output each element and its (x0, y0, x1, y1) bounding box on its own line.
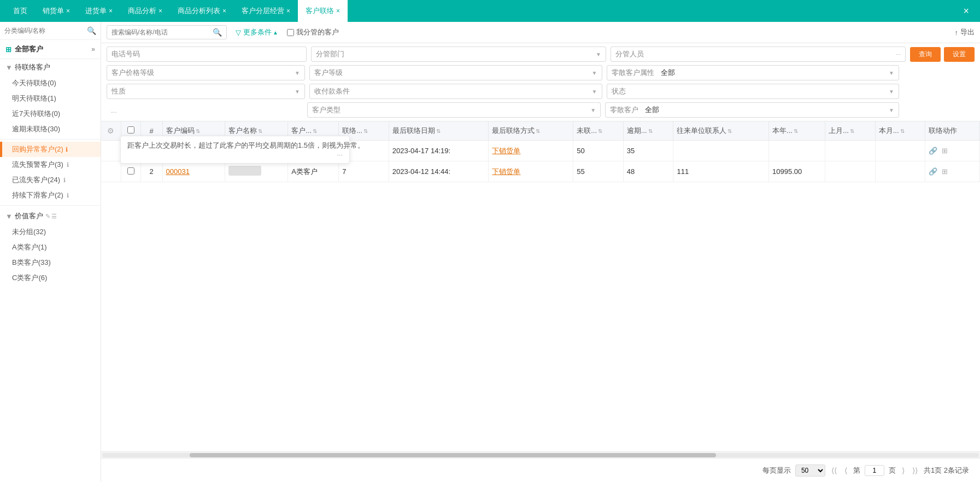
scrollbar-thumb[interactable] (190, 453, 715, 457)
sidebar-search-icon[interactable]: 🔍 (87, 26, 96, 35)
sidebar-item-today-pending[interactable]: 今天待联络(0) (0, 76, 101, 91)
sidebar-item-tomorrow-pending[interactable]: 明天待联络(1) (0, 91, 101, 106)
filter-dots[interactable]: ... (107, 106, 303, 114)
nav-customer-contact[interactable]: 客户联络 × (298, 0, 348, 22)
filter-customer-type[interactable]: 客户类型 ▼ (307, 102, 601, 118)
next-page-button[interactable]: ⟩ (900, 466, 906, 475)
contact-method-link-2[interactable]: 下销货单 (492, 167, 520, 176)
sidebar-item-repurchase-abnormal[interactable]: 回购异常客户(2) ℹ (0, 142, 101, 157)
link-icon-1[interactable]: 🔗 (929, 147, 937, 155)
horizontal-scrollbar[interactable] (101, 451, 980, 458)
td-this-year-1 (769, 141, 825, 161)
nav-close-product-list[interactable]: × (222, 7, 226, 15)
td-this-year-2: 10995.00 (769, 161, 825, 182)
retail-attr-arrow-icon: ▼ (889, 70, 894, 76)
retail-customer-label: 零散客户 (610, 105, 638, 115)
per-page-select[interactable]: 50 100 200 (795, 464, 825, 477)
sidebar-item-already-lost[interactable]: 已流失客户(24) ℹ (0, 172, 101, 188)
first-page-button[interactable]: ⟨⟨ (830, 466, 838, 475)
td-code-2[interactable]: 000031 (162, 161, 225, 182)
settings-button[interactable]: 设置 (944, 47, 975, 62)
link-icon-2[interactable]: 🔗 (929, 167, 937, 176)
sidebar-pending-group-title[interactable]: ▼ 待联络客户 (0, 59, 101, 76)
customer-code-link-2[interactable]: 000031 (166, 167, 190, 176)
sidebar-item-ungroup[interactable]: 未分组(32) (0, 224, 101, 240)
sidebar-item-class-a[interactable]: A类客户(1) (0, 240, 101, 255)
filter-search-icon[interactable]: 🔍 (213, 28, 222, 37)
sidebar-item-class-b[interactable]: B类客户(33) (0, 255, 101, 270)
td-overdue-1: 35 (623, 141, 673, 161)
th-last-contact-date[interactable]: 最后联络日期 ⇅ (389, 121, 489, 141)
nav-sales-order[interactable]: 销货单 × (35, 0, 78, 22)
nav-product-analysis[interactable]: 商品分析 × (120, 0, 170, 22)
nav-home[interactable]: 首页 (5, 0, 35, 22)
close-all-icon[interactable]: × (958, 5, 975, 17)
edit-icon[interactable]: ✎ (45, 213, 50, 220)
td-name-2 (225, 161, 288, 182)
table-settings-gear[interactable]: ⚙ (107, 126, 114, 135)
gender-arrow-icon: ▼ (295, 89, 300, 95)
filter-retail-customer[interactable]: 零散客户 全部 ▼ (605, 102, 899, 118)
nav-customer-tier[interactable]: 客户分层经营 × (234, 0, 298, 22)
filter-more-conditions[interactable]: ▽ 更多条件 ▲ (231, 25, 283, 39)
table-area: ⚙ # 客户编码 ⇅ (101, 121, 980, 451)
settings-icon-sidebar[interactable]: ☰ (51, 213, 57, 220)
sidebar: 🔍 ⊞ 全部客户 » ▼ 待联络客户 今天待联络(0) 明天待联络(1) (0, 22, 101, 482)
nav-close-purchase[interactable]: × (109, 7, 113, 15)
th-settings: ⚙ (101, 121, 121, 141)
th-this-year[interactable]: 本年... ⇅ (769, 121, 825, 141)
select-all-checkbox[interactable] (127, 126, 134, 133)
tooltip-more-icon[interactable]: ··· (337, 150, 343, 159)
nav-purchase-order[interactable]: 进货单 × (78, 0, 120, 22)
nav-close-customer-tier[interactable]: × (286, 7, 290, 15)
filter-search-input[interactable] (112, 28, 213, 36)
retail-attr-value: 全部 (661, 68, 675, 78)
filter-price-level[interactable]: 客户价格等级 ▼ (107, 65, 305, 80)
nav-close-sales[interactable]: × (66, 7, 70, 15)
sidebar-item-class-c[interactable]: C类客户(6) (0, 270, 101, 286)
export-button[interactable]: ↑ 导出 (955, 27, 975, 37)
filter-status[interactable]: 状态 ▼ (607, 84, 900, 99)
prev-page-button[interactable]: ⟨ (843, 466, 849, 475)
nav-close-customer-contact[interactable]: × (336, 7, 340, 15)
th-this-month[interactable]: 本月... ⇅ (875, 121, 925, 141)
sort-uncontacted-icon: ⇅ (598, 128, 602, 134)
retail-customer-value: 全部 (645, 105, 659, 115)
td-last-date-2: 2023-04-12 14:44: (389, 161, 489, 182)
my-customers-check[interactable] (287, 29, 294, 36)
filter-gender[interactable]: 性质 ▼ (107, 84, 305, 99)
sidebar-item-7days-pending[interactable]: 近7天待联络(0) (0, 106, 101, 121)
sidebar-item-continuous-down[interactable]: 持续下滑客户(2) ℹ (0, 188, 101, 203)
sidebar-collapse-icon[interactable]: » (91, 45, 95, 53)
filter-dept[interactable]: 分管部门 ▼ (311, 47, 606, 62)
sidebar-item-lost-warning[interactable]: 流失预警客户(3) ℹ (0, 157, 101, 172)
filter-customer-level[interactable]: 客户等级 ▼ (309, 65, 602, 80)
filter-person[interactable]: 分管人员 ··· (611, 47, 906, 62)
last-page-button[interactable]: ⟩⟩ (911, 466, 919, 475)
filter-retail-attr[interactable]: 零散客户属性 全部 ▼ (607, 65, 900, 80)
th-overdue[interactable]: 逾期... ⇅ (623, 121, 673, 141)
th-uncontacted[interactable]: 未联... ⇅ (573, 121, 624, 141)
qr-icon-1[interactable]: ⊞ (942, 147, 948, 155)
th-last-contact-method[interactable]: 最后联络方式 ⇅ (489, 121, 573, 141)
current-page-input[interactable] (865, 465, 884, 476)
td-actions-2: 🔗 ⊞ (925, 161, 980, 182)
customer-name-blurred-2 (228, 166, 261, 176)
price-level-label: 客户价格等级 (112, 68, 154, 78)
sidebar-all-customers[interactable]: ⊞ 全部客户 » (0, 40, 101, 59)
filter-phone[interactable]: 电话号码 (107, 47, 307, 62)
nav-product-analysis-list[interactable]: 商品分析列表 × (170, 0, 234, 22)
sidebar-search-input[interactable] (4, 27, 85, 34)
filter-pay-terms[interactable]: 收付款条件 ▼ (309, 84, 602, 99)
sidebar-value-group[interactable]: ▼ 价值客户 ✎ ☰ (0, 208, 101, 224)
th-last-month[interactable]: 上月... ⇅ (825, 121, 876, 141)
qr-icon-2[interactable]: ⊞ (942, 167, 948, 176)
my-customers-checkbox[interactable]: 我分管的客户 (287, 27, 339, 37)
row2-checkbox[interactable] (127, 167, 134, 175)
sidebar-search-bar: 🔍 (0, 22, 101, 40)
sidebar-item-overdue-pending[interactable]: 逾期未联络(30) (0, 121, 101, 137)
contact-method-link-1[interactable]: 下销货单 (492, 147, 520, 155)
th-unit-contact[interactable]: 往来单位联系人 ⇅ (673, 121, 769, 141)
query-button[interactable]: 查询 (910, 47, 941, 62)
nav-close-product-analysis[interactable]: × (159, 7, 162, 15)
